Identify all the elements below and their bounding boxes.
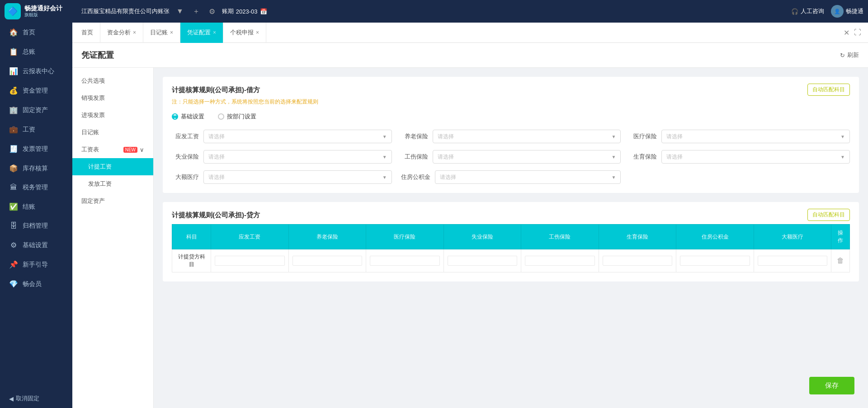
sidebar-item-checkout[interactable]: ✅ 结账 <box>0 197 72 216</box>
sidebar-label-settings: 基础设置 <box>23 241 48 249</box>
select-large-medical[interactable]: 请选择 ▼ <box>203 170 392 184</box>
menu-item-sales[interactable]: 销项发票 <box>72 89 153 107</box>
company-name[interactable]: 江西服宝精品有限责任公司内账张 <box>81 7 170 15</box>
sidebar-item-home[interactable]: 🏠 首页 <box>0 23 72 42</box>
th-maternity: 生育保险 <box>599 225 676 249</box>
sidebar-item-archive[interactable]: 🗄 归档管理 <box>0 216 72 235</box>
sidebar-item-tax[interactable]: 🏛 税务管理 <box>0 178 72 197</box>
td-salary-val[interactable] <box>211 249 289 272</box>
select-pension[interactable]: 请选择 ▼ <box>433 130 621 143</box>
tab-tax-close[interactable]: × <box>256 29 259 36</box>
radio-dept[interactable]: 按部门设置 <box>218 113 256 121</box>
period-value[interactable]: 2023-03 <box>236 8 258 15</box>
menu-label-calc-salary: 计提工资 <box>88 163 112 171</box>
app-container: 🔷 畅捷通好会计 旗舰版 江西服宝精品有限责任公司内账张 ▼ ＋ ⚙ 账期 20… <box>0 0 868 408</box>
select-medical[interactable]: 请选择 ▼ <box>661 130 850 143</box>
expand-tab-button[interactable]: ⛶ <box>854 28 861 37</box>
sidebar-label-home: 首页 <box>23 28 35 37</box>
form-row-unemployment: 失业保险 请选择 ▼ <box>172 150 392 164</box>
cancel-fixed-button[interactable]: ◀ 取消固定 <box>0 389 72 408</box>
select-salary[interactable]: 请选择 ▼ <box>203 130 392 143</box>
select-maternity-placeholder: 请选择 <box>666 153 683 161</box>
select-injury[interactable]: 请选择 ▼ <box>433 150 621 164</box>
sidebar-item-ledger[interactable]: 📋 总账 <box>0 42 72 61</box>
sidebar-item-reports[interactable]: 📊 云报表中心 <box>0 61 72 81</box>
dropdown-icon[interactable]: ▼ <box>176 7 184 15</box>
sidebar-item-invoice[interactable]: 🧾 发票管理 <box>0 139 72 159</box>
tab-fund-label: 资金分析 <box>107 28 131 37</box>
input-large-medical-val[interactable] <box>758 256 828 266</box>
input-housing-val[interactable] <box>680 256 750 266</box>
menu-item-journal[interactable]: 日记账 <box>72 124 153 141</box>
td-operation[interactable]: 🗑 <box>831 249 850 272</box>
table-row: 计提贷方科目 🗑 <box>172 249 850 272</box>
menu-label-purchase: 进项发票 <box>81 111 105 119</box>
tab-voucher[interactable]: 凭证配置 × <box>180 23 223 43</box>
select-pension-placeholder: 请选择 <box>438 133 454 141</box>
user-name: 畅捷通 <box>846 7 863 15</box>
credit-table-wrap: 科目 应发工资 养老保险 医疗保险 失业保险 工伤保险 生育保险 住房公积金 大 <box>172 224 850 272</box>
td-medical-val[interactable] <box>366 249 444 272</box>
th-medical: 医疗保险 <box>366 225 444 249</box>
tab-tax[interactable]: 个税申报 × <box>223 23 266 43</box>
input-unemployment-val[interactable] <box>448 256 518 266</box>
radio-basic[interactable]: 基础设置 <box>172 113 204 121</box>
menu-item-fixed-assets[interactable]: 固定资产 <box>72 192 153 210</box>
sidebar-item-salary[interactable]: 💼 工资 <box>0 120 72 139</box>
sidebar-item-assets[interactable]: 🏢 固定资产 <box>0 100 72 120</box>
select-maternity[interactable]: 请选择 ▼ <box>661 150 850 164</box>
sidebar-item-guide[interactable]: 📌 新手引导 <box>0 255 72 274</box>
select-salary-placeholder: 请选择 <box>208 133 225 141</box>
td-housing-val[interactable] <box>676 249 754 272</box>
close-tab-button[interactable]: ✕ <box>844 28 849 37</box>
input-pension-val[interactable] <box>292 256 363 266</box>
sidebar-item-fund[interactable]: 💰 资金管理 <box>0 81 72 100</box>
tab-journal-close[interactable]: × <box>170 29 173 36</box>
calendar-icon[interactable]: 📅 <box>260 8 267 15</box>
th-pension: 养老保险 <box>288 225 366 249</box>
settings-sidebar-icon: ⚙ <box>9 241 18 249</box>
select-unemployment[interactable]: 请选择 ▼ <box>203 150 392 164</box>
menu-item-salary-table[interactable]: 工资表 NEW ∨ <box>72 141 153 158</box>
menu-label-salary-table: 工资表 <box>81 145 99 154</box>
td-pension-val[interactable] <box>288 249 366 272</box>
table-header-row: 科目 应发工资 养老保险 医疗保险 失业保险 工伤保险 生育保险 住房公积金 大 <box>172 225 850 249</box>
user-info[interactable]: 👤 畅捷通 <box>831 5 863 18</box>
sidebar-item-vip[interactable]: 💎 畅会员 <box>0 274 72 294</box>
input-salary-val[interactable] <box>215 256 285 266</box>
sidebar-item-settings[interactable]: ⚙ 基础设置 <box>0 235 72 255</box>
select-injury-arrow: ▼ <box>611 155 616 159</box>
select-housing-placeholder: 请选择 <box>440 174 456 181</box>
tab-fund-close[interactable]: × <box>133 29 136 36</box>
menu-item-calc-salary[interactable]: 计提工资 <box>72 158 153 175</box>
tab-home[interactable]: 首页 <box>75 23 100 43</box>
td-unemployment-val[interactable] <box>443 249 521 272</box>
input-maternity-val[interactable] <box>603 256 673 266</box>
tab-voucher-close[interactable]: × <box>213 29 216 36</box>
select-housing[interactable]: 请选择 ▼ <box>435 170 621 184</box>
tab-actions: ✕ ⛶ <box>844 28 866 37</box>
select-medical-arrow: ▼ <box>840 134 845 139</box>
expand-icon[interactable]: ∨ <box>140 146 144 153</box>
topbar-right: 🎧 人工咨询 👤 畅捷通 <box>791 5 863 18</box>
tab-home-label: 首页 <box>81 28 93 37</box>
tab-journal[interactable]: 日记账 × <box>143 23 180 43</box>
label-large-medical: 大额医疗 <box>172 173 199 181</box>
refresh-button[interactable]: ↻ 刷新 <box>840 51 859 59</box>
menu-item-pay-salary[interactable]: 发放工资 <box>72 175 153 192</box>
td-maternity-val[interactable] <box>599 249 676 272</box>
td-large-medical-val[interactable] <box>754 249 831 272</box>
menu-item-purchase[interactable]: 进项发票 <box>72 107 153 124</box>
td-injury-val[interactable] <box>521 249 599 272</box>
menu-item-public[interactable]: 公共选项 <box>72 72 153 89</box>
add-icon[interactable]: ＋ <box>193 7 200 16</box>
tab-fund[interactable]: 资金分析 × <box>100 23 143 43</box>
sidebar-item-inventory[interactable]: 📦 库存核算 <box>0 159 72 178</box>
settings-icon[interactable]: ⚙ <box>209 7 215 16</box>
input-injury-val[interactable] <box>525 256 595 266</box>
auto-match-debit-button[interactable]: 自动匹配科目 <box>807 84 850 96</box>
auto-match-credit-button[interactable]: 自动匹配科目 <box>807 209 850 221</box>
save-button[interactable]: 保存 <box>809 377 854 394</box>
input-medical-val[interactable] <box>370 256 440 266</box>
service-button[interactable]: 🎧 人工咨询 <box>791 7 824 15</box>
